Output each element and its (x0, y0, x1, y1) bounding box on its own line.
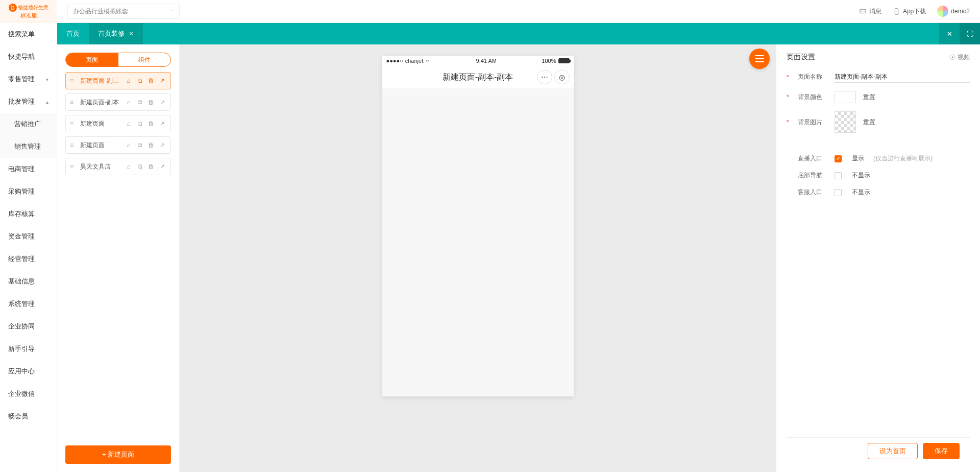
nav-inventory[interactable]: 库存核算 (0, 203, 57, 225)
drag-icon[interactable]: ≡ (70, 141, 77, 149)
copy-icon[interactable]: ⧉ (136, 120, 144, 128)
nav-ecommerce[interactable]: 电商管理 (0, 158, 57, 180)
nav-purchase[interactable]: 采购管理 (0, 180, 57, 203)
drag-icon[interactable]: ≡ (70, 163, 77, 170)
delete-icon[interactable]: 🗑 (147, 77, 155, 85)
account-selector[interactable]: 办公品行业模拟账套 ﹀ (67, 4, 180, 19)
new-page-button[interactable]: + 新建页面 (65, 445, 171, 464)
bg-image-picker[interactable] (835, 111, 856, 133)
copy-icon[interactable]: ⧉ (136, 162, 144, 171)
nav-fund[interactable]: 资金管理 (0, 225, 57, 248)
video-help-link[interactable]: 视频 (949, 53, 970, 62)
copy-icon[interactable]: ⧉ (136, 98, 144, 106)
nav-system[interactable]: 系统管理 (0, 293, 57, 315)
save-button[interactable]: 保存 (923, 443, 960, 459)
nav-quicknav[interactable]: 快捷导航 (0, 45, 57, 68)
page-item-name: 新建页面-副本 (80, 98, 121, 107)
share-icon[interactable]: ↗ (158, 141, 166, 149)
nav-wholesale-marketing[interactable]: 营销推广 (0, 113, 57, 135)
field-label-bgcolor: 背景颜色 (798, 93, 827, 102)
share-icon[interactable]: ↗ (158, 77, 166, 85)
page-name-input[interactable] (835, 71, 970, 83)
bg-image-reset[interactable]: 重置 (863, 118, 875, 127)
delete-icon[interactable]: 🗑 (147, 98, 155, 106)
copy-icon[interactable]: ⧉ (136, 77, 144, 85)
home-icon[interactable]: ⌂ (125, 120, 133, 128)
switch-pages[interactable]: 页面 (66, 53, 118, 66)
chevron-up-icon: ▴ (46, 99, 48, 105)
top-bar: b 畅捷通好生意 标准版 办公品行业模拟账套 ﹀ 消息 App下载 demo2 (0, 0, 980, 23)
account-selector-value: 办公品行业模拟账套 (73, 7, 128, 16)
service-checkbox[interactable] (835, 189, 842, 196)
chevron-down-icon: ﹀ (169, 8, 174, 15)
tabs-close-all[interactable]: ✕ (939, 23, 960, 44)
canvas-menu-button[interactable] (749, 49, 770, 69)
svg-rect-4 (895, 8, 898, 14)
nav-baseinfo[interactable]: 基础信息 (0, 270, 57, 293)
settings-title: 页面设置 (787, 53, 815, 62)
page-item[interactable]: ≡ 新建页面 ⌂ ⧉ 🗑 ↗ (65, 115, 171, 132)
page-item[interactable]: ≡ 新建页面-副本 ⌂ ⧉ 🗑 ↗ (65, 93, 171, 111)
tabs-fullscreen[interactable]: ⛶ (960, 23, 980, 44)
phone-preview: ●●●●○ chanjet ᯤ 9:41 AM 100% 新建页面-副本-副本 (382, 56, 574, 396)
tab-page-design[interactable]: 首页装修 ✕ (89, 23, 143, 44)
bg-color-reset[interactable]: 重置 (863, 93, 875, 102)
delete-icon[interactable]: 🗑 (147, 141, 155, 149)
drag-icon[interactable]: ≡ (70, 120, 77, 127)
nav-search[interactable]: 搜索菜单 (0, 23, 57, 45)
svg-point-3 (864, 11, 864, 11)
avatar-icon (937, 6, 948, 17)
share-icon[interactable]: ↗ (158, 98, 166, 106)
share-icon[interactable]: ↗ (158, 162, 166, 171)
copy-icon[interactable]: ⧉ (136, 141, 144, 149)
page-list-panel: 页面 组件 ≡ 新建页面-副本-... ⌂ ⧉ 🗑 ↗ ≡ (57, 44, 180, 472)
service-label: 不显示 (852, 188, 870, 197)
switch-components[interactable]: 组件 (118, 53, 171, 66)
field-label-name: 页面名称 (798, 73, 827, 81)
play-icon (949, 54, 955, 60)
nav-wholesale[interactable]: 批发管理▴ (0, 90, 57, 113)
brand-edition: 标准版 (20, 12, 37, 19)
page-item[interactable]: ≡ 新建页面-副本-... ⌂ ⧉ 🗑 ↗ (65, 72, 171, 89)
close-icon[interactable]: ✕ (129, 30, 134, 37)
nav-wholesale-sales[interactable]: 销售管理 (0, 135, 57, 158)
delete-icon[interactable]: 🗑 (147, 120, 155, 128)
nav-wechat[interactable]: 企业微信 (0, 383, 57, 405)
user-menu[interactable]: demo2 (937, 6, 970, 17)
user-name: demo2 (951, 8, 970, 15)
page-item[interactable]: ≡ 新建页面 ⌂ ⧉ 🗑 ↗ (65, 136, 171, 154)
field-label-bottomnav: 底部导航 (798, 171, 827, 180)
delete-icon[interactable]: 🗑 (147, 162, 155, 171)
battery-label: 100% (542, 58, 556, 64)
phone-status-bar: ●●●●○ chanjet ᯤ 9:41 AM 100% (382, 56, 574, 66)
bottomnav-label: 不显示 (852, 171, 870, 180)
page-item[interactable]: ≡ 昊天文具店 ⌂ ⧉ 🗑 ↗ (65, 158, 171, 175)
bg-color-swatch[interactable] (835, 91, 856, 103)
home-icon[interactable]: ⌂ (125, 162, 133, 171)
nav-appcenter[interactable]: 应用中心 (0, 360, 57, 383)
message-icon (859, 8, 867, 15)
nav-coop[interactable]: 企业协同 (0, 315, 57, 338)
home-icon[interactable]: ⌂ (125, 77, 133, 85)
home-icon[interactable]: ⌂ (125, 141, 133, 149)
page-item-name: 新建页面 (80, 141, 121, 150)
tab-home[interactable]: 首页 (57, 23, 89, 44)
set-home-button[interactable]: 设为首页 (868, 443, 918, 459)
drag-icon[interactable]: ≡ (70, 77, 77, 84)
nav-guide[interactable]: 新手引导 (0, 338, 57, 360)
drag-icon[interactable]: ≡ (70, 99, 77, 106)
capsule-close-icon[interactable]: ◎ (554, 70, 570, 84)
live-show-checkbox[interactable]: ✓ (835, 155, 842, 162)
app-download-link[interactable]: App下载 (893, 7, 926, 16)
brand-logo[interactable]: b 畅捷通好生意 标准版 (0, 0, 57, 23)
nav-retail[interactable]: 零售管理▾ (0, 68, 57, 90)
capsule-menu-icon[interactable]: ⋯ (537, 70, 552, 84)
home-icon[interactable]: ⌂ (125, 98, 133, 106)
left-nav: 搜索菜单 快捷导航 零售管理▾ 批发管理▴ 营销推广 销售管理 电商管理 采购管… (0, 23, 57, 472)
bottomnav-checkbox[interactable] (835, 172, 842, 179)
messages-link[interactable]: 消息 (859, 7, 881, 16)
field-label-bgimg: 背景图片 (798, 118, 827, 127)
share-icon[interactable]: ↗ (158, 120, 166, 128)
nav-biz[interactable]: 经营管理 (0, 248, 57, 270)
nav-member[interactable]: 畅会员 (0, 405, 57, 428)
